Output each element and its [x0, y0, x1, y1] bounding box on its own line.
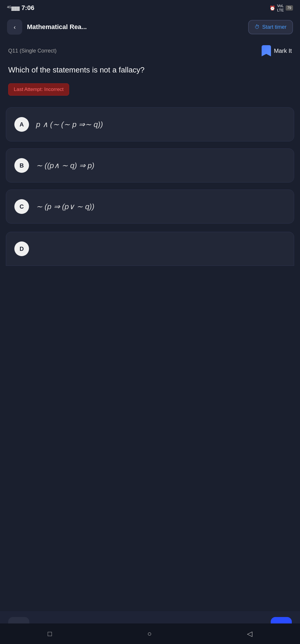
time-display: 7:06: [21, 4, 34, 12]
android-triangle-icon[interactable]: ◁: [247, 630, 252, 638]
option-a-formula: p ∧ (∼ (∼ p ⇒∼ q)): [36, 119, 103, 130]
status-right: ⏰ VoLLTE 79: [270, 4, 293, 12]
option-a-card[interactable]: A p ∧ (∼ (∼ p ⇒∼ q)): [6, 107, 294, 141]
bookmark-icon: [262, 45, 271, 56]
status-left: 4G▓▓▓ 7:06: [7, 4, 34, 12]
header: ‹ Mathematical Rea... ⏱ Start timer: [0, 15, 300, 39]
timer-icon: ⏱: [255, 24, 260, 30]
option-b-label: B: [14, 158, 29, 173]
option-c-label: C: [14, 199, 29, 214]
question-type: Q11 (Single Correct): [8, 48, 57, 54]
back-icon: ‹: [14, 24, 16, 31]
question-section: Which of the statements is not a fallacy…: [0, 60, 300, 77]
mark-it-button[interactable]: Mark It: [262, 45, 292, 56]
battery-badge: 79: [286, 5, 293, 11]
status-bar: 4G▓▓▓ 7:06 ⏰ VoLLTE 79: [0, 0, 300, 15]
option-b-card[interactable]: B ∼ ((p∧ ∼ q) ⇒ p): [6, 148, 294, 182]
android-circle-icon[interactable]: ○: [147, 630, 152, 638]
back-button[interactable]: ‹: [7, 19, 22, 35]
option-b-formula: ∼ ((p∧ ∼ q) ⇒ p): [36, 160, 94, 171]
alarm-icon: ⏰: [270, 5, 275, 11]
option-d-card[interactable]: D: [6, 232, 294, 266]
start-timer-button[interactable]: ⏱ Start timer: [248, 20, 293, 34]
android-square-icon[interactable]: □: [48, 630, 52, 638]
option-a-label: A: [14, 117, 29, 132]
attempt-badge-wrapper: Last Attempt: Incorrect: [0, 77, 300, 102]
network-type-label: 4G: [7, 5, 11, 9]
signal-icon: 4G▓▓▓: [7, 5, 20, 11]
option-c-card[interactable]: C ∼ (p ⇒ (p∨ ∼ q)): [6, 190, 294, 224]
network-label: VoLLTE: [277, 4, 284, 12]
option-d-label: D: [14, 241, 29, 256]
attempt-badge: Last Attempt: Incorrect: [8, 83, 69, 96]
android-nav: □ ○ ◁: [0, 623, 300, 644]
mark-it-label: Mark It: [274, 48, 292, 54]
question-text: Which of the statements is not a fallacy…: [8, 65, 292, 75]
options-section: A p ∧ (∼ (∼ p ⇒∼ q)) B ∼ ((p∧ ∼ q) ⇒ p) …: [0, 102, 300, 272]
header-title: Mathematical Rea...: [27, 23, 243, 31]
start-timer-label: Start timer: [262, 24, 287, 30]
option-c-formula: ∼ (p ⇒ (p∨ ∼ q)): [36, 201, 94, 212]
question-meta: Q11 (Single Correct) Mark It: [0, 42, 300, 60]
